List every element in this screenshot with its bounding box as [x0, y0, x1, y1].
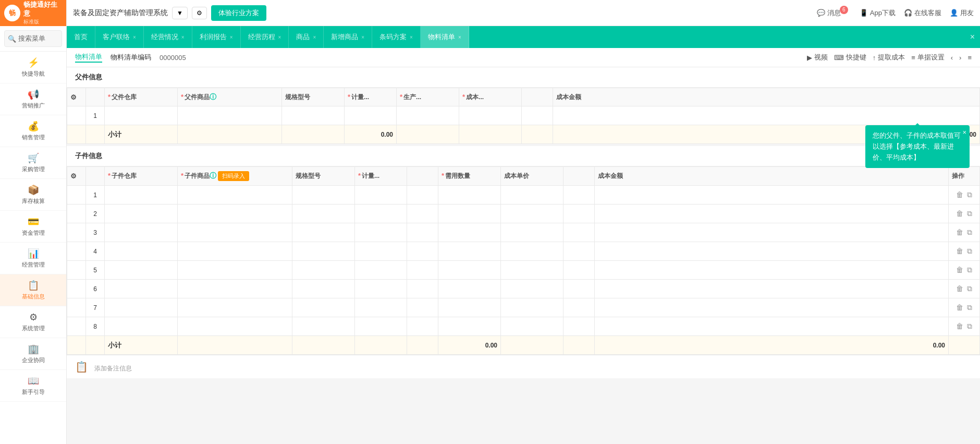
- copy-row-button[interactable]: ⧉: [966, 227, 973, 238]
- parent-row-production[interactable]: [397, 106, 459, 125]
- child-row-spec[interactable]: [292, 186, 355, 205]
- child-row-unit[interactable]: [355, 261, 407, 280]
- child-row-spec[interactable]: [292, 280, 355, 298]
- child-row-qty[interactable]: [438, 186, 501, 205]
- child-row-unit-cost[interactable]: [501, 223, 564, 242]
- copy-row-button[interactable]: ⧉: [966, 246, 973, 257]
- parent-row-spec[interactable]: [282, 106, 345, 125]
- child-row-goods[interactable]: [178, 280, 292, 298]
- tab-goods-close[interactable]: ×: [313, 34, 316, 40]
- toolbar-video[interactable]: ▶ 视频: [807, 53, 828, 62]
- copy-row-button[interactable]: ⧉: [966, 302, 973, 313]
- tab-profit[interactable]: 利润报告 ×: [192, 26, 241, 48]
- copy-row-button[interactable]: ⧉: [966, 265, 973, 275]
- child-row-unit[interactable]: [355, 317, 407, 336]
- child-row-goods[interactable]: [178, 186, 292, 205]
- child-row-unit-cost[interactable]: [501, 317, 564, 336]
- delete-row-button[interactable]: 🗑: [955, 321, 964, 331]
- delete-row-button[interactable]: 🗑: [955, 265, 964, 275]
- tab-operations[interactable]: 经营情况 ×: [144, 26, 192, 48]
- tab-goods[interactable]: 商品 ×: [289, 26, 324, 48]
- child-row-qty[interactable]: [438, 261, 501, 280]
- delete-row-button[interactable]: 🗑: [955, 302, 964, 313]
- child-row-warehouse[interactable]: [105, 261, 178, 280]
- child-row-warehouse[interactable]: [105, 298, 178, 317]
- nav-next-button[interactable]: ›: [959, 54, 961, 62]
- settings-button[interactable]: ⚙: [192, 7, 207, 19]
- toolbar-doc-setting[interactable]: ≡ 单据设置: [911, 53, 945, 62]
- child-row-qty[interactable]: [438, 205, 501, 223]
- child-row-unit[interactable]: [355, 242, 407, 261]
- copy-row-button[interactable]: ⧉: [966, 189, 973, 200]
- tooltip-close-button[interactable]: ×: [962, 127, 966, 138]
- toolbar-cost[interactable]: ↑ 提取成本: [873, 53, 905, 62]
- search-menu-button[interactable]: 🔍 搜索菜单: [4, 30, 62, 47]
- child-row-warehouse[interactable]: [105, 317, 178, 336]
- sidebar-item-marketing[interactable]: 📢 营销推广: [0, 83, 66, 115]
- delete-row-button[interactable]: 🗑: [955, 189, 964, 200]
- child-row-unit[interactable]: [355, 298, 407, 317]
- copy-row-button[interactable]: ⧉: [966, 321, 973, 332]
- delete-row-button[interactable]: 🗑: [955, 246, 964, 256]
- app-download-item[interactable]: 📱 App下载: [860, 8, 896, 18]
- child-row-unit-cost[interactable]: [501, 298, 564, 317]
- sidebar-item-purchase[interactable]: 🛒 采购管理: [0, 147, 66, 179]
- parent-row-unit[interactable]: [345, 106, 397, 125]
- child-row-unit-cost[interactable]: [501, 186, 564, 205]
- tab-home[interactable]: 首页: [67, 26, 95, 48]
- sidebar-item-enterprise[interactable]: 🏢 企业协同: [0, 338, 66, 370]
- child-settings-icon[interactable]: ⚙: [70, 172, 77, 180]
- sidebar-item-system[interactable]: ⚙ 系统管理: [0, 306, 66, 338]
- tab-bom-close[interactable]: ×: [458, 34, 461, 40]
- child-row-goods[interactable]: [178, 298, 292, 317]
- tab-new-goods-close[interactable]: ×: [361, 34, 364, 40]
- toolbar-shortcut[interactable]: ⌨ 快捷键: [834, 53, 866, 62]
- parent-row-warehouse[interactable]: [105, 106, 178, 125]
- online-service-item[interactable]: 🎧 在线客服: [904, 8, 941, 18]
- tab-customers[interactable]: 客户联络 ×: [95, 26, 144, 48]
- child-row-spec[interactable]: [292, 317, 355, 336]
- child-row-spec[interactable]: [292, 205, 355, 223]
- child-row-goods[interactable]: [178, 242, 292, 261]
- scan-input-button[interactable]: 扫码录入: [218, 171, 249, 181]
- sidebar-item-operations[interactable]: 📊 经营管理: [0, 243, 66, 274]
- child-row-warehouse[interactable]: [105, 205, 178, 223]
- tab-profit-close[interactable]: ×: [230, 34, 233, 40]
- child-row-unit[interactable]: [355, 186, 407, 205]
- child-row-unit[interactable]: [355, 280, 407, 298]
- sidebar-item-basic-info[interactable]: 📋 基础信息: [0, 274, 66, 306]
- child-row-unit[interactable]: [355, 223, 407, 242]
- child-row-warehouse[interactable]: [105, 280, 178, 298]
- child-row-spec[interactable]: [292, 223, 355, 242]
- settings-icon[interactable]: ⚙: [70, 93, 77, 101]
- tab-new-goods[interactable]: 新增商品 ×: [324, 26, 372, 48]
- child-row-goods[interactable]: [178, 317, 292, 336]
- child-row-spec[interactable]: [292, 261, 355, 280]
- close-all-tabs[interactable]: ×: [965, 32, 980, 42]
- child-row-spec[interactable]: [292, 242, 355, 261]
- child-row-goods[interactable]: [178, 223, 292, 242]
- child-row-spec[interactable]: [292, 298, 355, 317]
- sidebar-item-sales[interactable]: 💰 销售管理: [0, 115, 66, 147]
- child-row-unit-cost[interactable]: [501, 280, 564, 298]
- dropdown-button[interactable]: ▼: [172, 7, 188, 19]
- sidebar-item-guide[interactable]: 📖 新手引导: [0, 370, 66, 402]
- delete-row-button[interactable]: 🗑: [955, 283, 964, 294]
- nav-prev-button[interactable]: ‹: [951, 54, 953, 62]
- child-row-warehouse[interactable]: [105, 186, 178, 205]
- child-row-goods[interactable]: [178, 261, 292, 280]
- message-item[interactable]: 💬 消息 6: [817, 8, 851, 18]
- child-row-qty[interactable]: [438, 280, 501, 298]
- copy-row-button[interactable]: ⧉: [966, 208, 973, 219]
- child-row-qty[interactable]: [438, 298, 501, 317]
- tab-customers-close[interactable]: ×: [133, 34, 136, 40]
- tab-barcode-close[interactable]: ×: [410, 34, 413, 40]
- parent-row-cost[interactable]: [459, 106, 522, 125]
- sub-tab-bom-list[interactable]: 物料清单: [75, 52, 102, 63]
- child-row-qty[interactable]: [438, 242, 501, 261]
- user-item[interactable]: 👤 用友: [950, 8, 974, 18]
- grid-view-button[interactable]: ≡: [967, 54, 972, 62]
- sidebar-item-finance[interactable]: 💳 资金管理: [0, 211, 66, 243]
- child-row-goods[interactable]: [178, 205, 292, 223]
- delete-row-button[interactable]: 🗑: [955, 208, 964, 219]
